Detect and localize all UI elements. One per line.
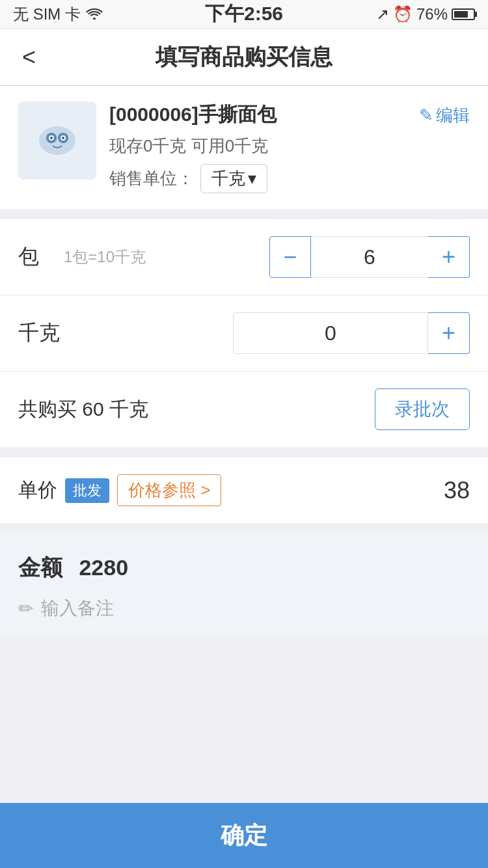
price-ref-label: 价格参照 > xyxy=(128,479,210,502)
edit-button[interactable]: ✎ 编辑 xyxy=(419,104,470,127)
svg-point-0 xyxy=(39,126,75,155)
quantity-input-bao[interactable] xyxy=(311,236,428,278)
page-title: 填写商品购买信息 xyxy=(156,42,332,72)
price-ref-button[interactable]: 价格参照 > xyxy=(117,474,221,506)
nav-bar: < 填写商品购买信息 xyxy=(0,29,488,86)
increment-button-bao[interactable]: + xyxy=(428,236,470,278)
battery-percent: 76% xyxy=(416,5,448,23)
increment-button-kg[interactable]: + xyxy=(428,312,470,354)
product-unit-row: 销售单位： 千克 ▾ xyxy=(109,164,470,193)
status-left: 无 SIM 卡 xyxy=(13,4,103,25)
battery-bar xyxy=(452,8,475,20)
unit-badge[interactable]: 千克 ▾ xyxy=(200,164,267,193)
quantity-row-bao: 包 1包=10千克 − + xyxy=(0,219,488,295)
location-icon: ↗ xyxy=(376,5,389,23)
amount-value: 2280 xyxy=(79,555,128,580)
batch-button[interactable]: 录批次 xyxy=(375,388,470,430)
price-label: 单价 xyxy=(18,477,57,504)
product-image xyxy=(18,102,96,180)
price-type-tag: 批发 xyxy=(65,478,109,503)
unit-label: 销售单位： xyxy=(109,167,194,190)
price-row: 单价 批发 价格参照 > 38 xyxy=(0,457,488,523)
bottom-spacer xyxy=(0,634,488,829)
status-bar: 无 SIM 卡 下午2:56 ↗ ⏰ 76% xyxy=(0,0,488,29)
amount-label: 金额 xyxy=(18,555,62,580)
product-stock: 现存0千克 可用0千克 xyxy=(109,135,470,157)
unit-value: 千克 xyxy=(211,167,245,190)
svg-point-6 xyxy=(62,137,64,139)
quantity-hint-bao: 1包=10千克 xyxy=(64,247,269,267)
price-value: 38 xyxy=(444,477,470,504)
note-row[interactable]: ✏ 输入备注 xyxy=(18,596,470,621)
amount-row: 金额 2280 xyxy=(18,553,470,583)
svg-point-5 xyxy=(50,137,53,139)
status-time: 下午2:56 xyxy=(205,1,283,27)
quantity-controls-bao: − + xyxy=(269,236,470,278)
status-right: ↗ ⏰ 76% xyxy=(376,5,475,23)
price-section: 单价 批发 价格参照 > 38 xyxy=(0,457,488,523)
note-placeholder: 输入备注 xyxy=(41,596,114,621)
amount-section: 金额 2280 ✏ 输入备注 xyxy=(0,534,488,634)
confirm-button[interactable]: 确定 xyxy=(0,803,488,868)
carrier-label: 无 SIM 卡 xyxy=(13,4,81,25)
product-info: [0000006]手撕面包 现存0千克 可用0千克 销售单位： 千克 ▾ xyxy=(109,102,470,193)
quantity-label-kg: 千克 xyxy=(18,319,60,347)
chevron-down-icon: ▾ xyxy=(248,169,256,189)
total-section: 共购买 60 千克 录批次 xyxy=(0,371,488,447)
total-label: 共购买 60 千克 xyxy=(18,396,148,423)
edit-label: 编辑 xyxy=(436,104,470,127)
note-icon: ✏ xyxy=(18,598,33,619)
wifi-icon xyxy=(86,5,103,23)
quantity-controls-kg: + xyxy=(233,312,470,354)
battery-fill xyxy=(454,11,468,18)
edit-icon: ✎ xyxy=(419,105,433,126)
back-button[interactable]: < xyxy=(16,37,42,77)
quantity-row-kg: 千克 + xyxy=(0,295,488,371)
product-name: [0000006]手撕面包 xyxy=(109,102,470,128)
product-section: [0000006]手撕面包 现存0千克 可用0千克 销售单位： 千克 ▾ ✎ 编… xyxy=(0,86,488,209)
quantity-input-kg[interactable] xyxy=(233,312,428,354)
quantity-label-bao: 包 xyxy=(18,243,57,271)
quantity-section: 包 1包=10千克 − + 千克 + 共购买 60 千克 录批次 xyxy=(0,219,488,447)
decrement-button-bao[interactable]: − xyxy=(269,236,311,278)
alarm-icon: ⏰ xyxy=(393,5,413,23)
